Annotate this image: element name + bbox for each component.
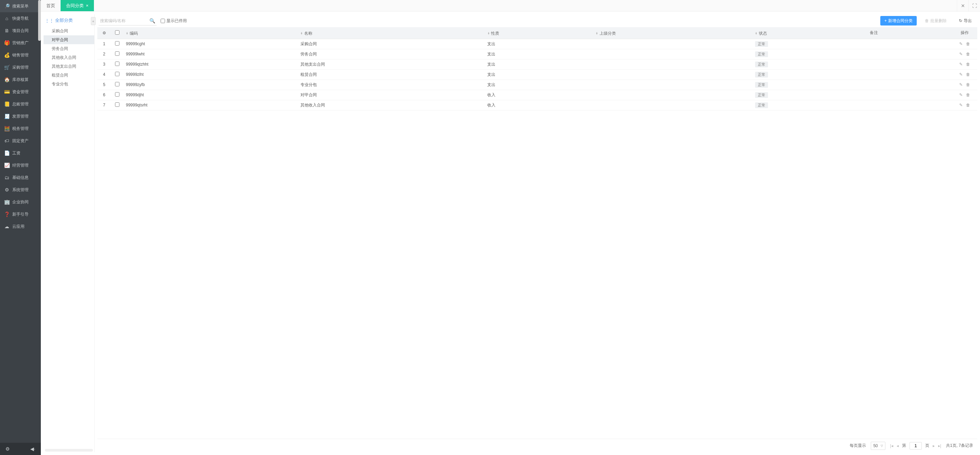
page-size-select[interactable]: 50 ▽: [871, 442, 885, 450]
pagination-footer: 每页显示 50 ▽ |◂ ◂ 第 页 ▸ ▸| 共1页, 7条记录: [97, 439, 977, 452]
tree-item[interactable]: 对甲合同: [43, 35, 94, 44]
delete-icon[interactable]: 🗑: [966, 103, 970, 108]
pager-next[interactable]: ▸: [933, 444, 935, 448]
sidebar-scrollbar[interactable]: [38, 0, 41, 41]
tree-item[interactable]: 采购合同: [43, 27, 94, 35]
status-badge: 正常: [755, 82, 768, 88]
list-icon: ⋮⋮: [45, 18, 54, 23]
sidebar-item-search[interactable]: 🔎搜索菜单: [0, 0, 41, 12]
col-remark[interactable]: 备注: [867, 27, 952, 39]
gear-icon[interactable]: ⚙: [5, 446, 10, 452]
sidebar-item-base[interactable]: 🗂基础信息: [0, 171, 41, 184]
collapse-tree-button[interactable]: «: [91, 17, 95, 25]
row-checkbox[interactable]: [115, 82, 119, 86]
page-suffix: 页: [925, 443, 929, 449]
sidebar-item-salary[interactable]: 📄工资: [0, 147, 41, 159]
pager-first[interactable]: |◂: [890, 444, 893, 448]
edit-icon[interactable]: ✎: [959, 72, 963, 77]
row-index: 4: [97, 70, 111, 79]
show-disabled-checkbox[interactable]: [161, 19, 165, 23]
edit-icon[interactable]: ✎: [959, 92, 963, 97]
tree-item[interactable]: 租赁合同: [43, 71, 94, 79]
search-input[interactable]: [99, 16, 156, 25]
biz-icon: 📈: [4, 163, 10, 168]
row-checkbox[interactable]: [115, 51, 119, 56]
edit-icon[interactable]: ✎: [959, 41, 963, 46]
tab-close-button[interactable]: ✕: [957, 0, 969, 11]
show-disabled-toggle[interactable]: 显示已停用: [161, 18, 187, 24]
sidebar-item-label: 营销推广: [12, 40, 29, 46]
row-checkbox[interactable]: [115, 92, 119, 97]
delete-icon[interactable]: 🗑: [966, 92, 970, 97]
col-checkbox-all[interactable]: [111, 27, 123, 39]
export-button[interactable]: ↻ 导出: [955, 16, 976, 25]
tab-home[interactable]: 首页: [41, 0, 60, 11]
col-settings[interactable]: ⚙: [97, 27, 111, 39]
salary-icon: 📄: [4, 150, 10, 156]
row-checkbox[interactable]: [115, 72, 119, 76]
delete-icon[interactable]: 🗑: [966, 62, 970, 67]
sidebar-item-ledger[interactable]: 📒总账管理: [0, 98, 41, 110]
category-tree-panel: ⋮⋮ 全部分类 采购合同对甲合同劳务合同其他收入合同其他支出合同租赁合同专业分包…: [43, 14, 95, 452]
sidebar-item-biz[interactable]: 📈经营管理: [0, 159, 41, 171]
sidebar-item-asset[interactable]: 🏷固定资产: [0, 135, 41, 147]
col-code[interactable]: ▲▼编码: [123, 27, 298, 39]
sidebar-item-invoice[interactable]: 🧾发票管理: [0, 110, 41, 122]
pager-prev[interactable]: ◂: [897, 444, 899, 448]
cell-code: 99999lwht: [123, 49, 298, 59]
sidebar-item-home[interactable]: ⌂快捷导航: [0, 12, 41, 24]
cell-nature: 支出: [485, 49, 593, 59]
sidebar-item-cart[interactable]: 🛒采购管理: [0, 61, 41, 73]
add-button-label: 新增合同分类: [888, 18, 913, 24]
tree-item[interactable]: 专业分包: [43, 79, 94, 89]
delete-icon[interactable]: 🗑: [966, 82, 970, 87]
ledger-icon: 📒: [4, 101, 10, 107]
edit-icon[interactable]: ✎: [959, 82, 963, 87]
col-nature[interactable]: ▲▼性质: [485, 27, 593, 39]
fullscreen-icon[interactable]: ⛶: [969, 0, 980, 11]
sidebar-item-money[interactable]: 💳资金管理: [0, 86, 41, 98]
pager-last[interactable]: ▸|: [938, 444, 941, 448]
tree-header[interactable]: ⋮⋮ 全部分类: [43, 14, 94, 27]
tree-item[interactable]: 其他支出合同: [43, 62, 94, 71]
sidebar-item-doc[interactable]: 🗎项目合同: [0, 24, 41, 37]
batch-delete-button[interactable]: 🗑 批量删除: [921, 16, 951, 25]
sidebar-item-label: 工资: [12, 150, 21, 156]
select-all-checkbox[interactable]: [115, 30, 119, 35]
row-checkbox[interactable]: [115, 102, 119, 107]
cell-nature: 支出: [485, 39, 593, 49]
edit-icon[interactable]: ✎: [959, 52, 963, 57]
sidebar-item-corp[interactable]: 🏢企业协同: [0, 196, 41, 208]
tree-item[interactable]: 其他收入合同: [43, 53, 94, 62]
edit-icon[interactable]: ✎: [959, 103, 963, 108]
tree-hscroll[interactable]: [43, 448, 94, 452]
sidebar-item-guide[interactable]: ❓新手引导: [0, 208, 41, 220]
sidebar-item-tax[interactable]: 🧮税务管理: [0, 122, 41, 135]
cell-name: 租赁合同: [298, 70, 485, 79]
row-checkbox[interactable]: [115, 41, 119, 46]
search-icon[interactable]: 🔍: [150, 18, 155, 24]
delete-icon[interactable]: 🗑: [966, 41, 970, 46]
close-icon[interactable]: ✕: [86, 4, 89, 8]
edit-icon[interactable]: ✎: [959, 62, 963, 67]
sidebar-item-cash[interactable]: 💰销售管理: [0, 49, 41, 61]
content: ⋮⋮ 全部分类 采购合同对甲合同劳务合同其他收入合同其他支出合同租赁合同专业分包…: [41, 11, 980, 455]
collapse-sidebar-icon[interactable]: ◀︎·: [30, 446, 35, 452]
cell-parent: [593, 39, 752, 49]
col-status[interactable]: ▲▼状态: [752, 27, 867, 39]
add-category-button[interactable]: + 新增合同分类: [880, 16, 917, 25]
col-name[interactable]: ▲▼名称: [298, 27, 485, 39]
tab-contract-category[interactable]: 合同分类 ✕: [60, 0, 94, 11]
tree-item[interactable]: 劳务合同: [43, 44, 94, 53]
data-table-wrapper: ⚙ ▲▼编码 ▲▼名称 ▲▼性质 ▲▼上级分类 ▲▼状态 备注 操作: [97, 27, 977, 439]
row-checkbox[interactable]: [115, 62, 119, 66]
sidebar-item-sys[interactable]: ⚙系统管理: [0, 184, 41, 196]
cell-status: 正常: [752, 59, 867, 70]
sidebar-item-cloud[interactable]: ☁云应用: [0, 220, 41, 233]
delete-icon[interactable]: 🗑: [966, 52, 970, 57]
delete-icon[interactable]: 🗑: [966, 72, 970, 77]
sidebar-item-house[interactable]: 🏠库存核算: [0, 73, 41, 86]
page-input[interactable]: [910, 442, 922, 450]
sidebar-item-gift[interactable]: 🎁营销推广: [0, 37, 41, 49]
col-parent[interactable]: ▲▼上级分类: [593, 27, 752, 39]
